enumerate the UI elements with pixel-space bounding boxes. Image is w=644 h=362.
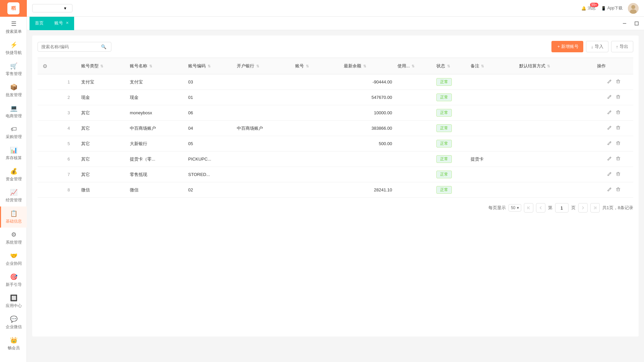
edit-button[interactable]	[606, 139, 613, 148]
app-download-button[interactable]: 📱 App下载	[601, 5, 623, 11]
delete-button[interactable]	[614, 155, 622, 163]
th-account[interactable]: 账号 ⇅	[292, 58, 341, 74]
th-use[interactable]: 使用... ⇅	[395, 58, 434, 74]
sort-remark-icon[interactable]: ⇅	[481, 64, 484, 68]
basic-info-icon: 📋	[10, 210, 17, 217]
topbar-search-box[interactable]: ▾	[32, 4, 72, 12]
th-settings[interactable]: ⚙	[38, 58, 59, 74]
sort-use-icon[interactable]: ⇅	[412, 64, 415, 68]
tab-accounts[interactable]: 账号 ✕	[49, 17, 74, 30]
th-remark[interactable]: 备注 ⇅	[468, 58, 517, 74]
add-account-button[interactable]: + 新增账号	[551, 41, 583, 52]
sidebar-item-newbie-guide[interactable]: 🎯 新手引导	[0, 270, 27, 291]
sort-bank-icon[interactable]: ⇅	[256, 64, 259, 68]
delete-button[interactable]	[614, 170, 622, 179]
topbar-search-chevron[interactable]: ▾	[64, 6, 66, 11]
delete-button[interactable]	[614, 186, 622, 194]
sort-balance-icon[interactable]: ⇅	[363, 64, 366, 68]
sidebar-item-enterprise-wechat[interactable]: 💬 企业微信	[0, 312, 27, 333]
sidebar-item-sys-mgmt[interactable]: ⚙ 系统管理	[0, 228, 27, 249]
edit-button[interactable]	[606, 124, 613, 132]
sidebar-item-quick-nav[interactable]: ⚡ 快捷导航	[0, 38, 27, 59]
th-code[interactable]: 账号编码 ⇅	[185, 58, 234, 74]
row-use	[395, 105, 434, 121]
row-account	[292, 136, 341, 152]
table-row: 2 现金 现金 01 547670.00 正常	[38, 90, 633, 105]
tab-home[interactable]: 首页	[30, 17, 49, 30]
row-actions	[594, 105, 633, 121]
row-code: STORED...	[185, 167, 234, 182]
edit-button[interactable]	[606, 109, 613, 117]
row-code: 02	[185, 182, 234, 198]
page-size-selector[interactable]: 50 ▾	[508, 204, 521, 212]
row-code: PICKUPC...	[185, 152, 234, 167]
sort-name-icon[interactable]: ⇅	[149, 64, 152, 68]
sort-default-icon[interactable]: ⇅	[547, 64, 550, 68]
tab-minimize-button[interactable]	[620, 19, 629, 28]
th-type[interactable]: 账号类型 ⇅	[78, 58, 127, 74]
search-input[interactable]	[41, 44, 98, 49]
delete-button[interactable]	[614, 124, 622, 132]
row-status: 正常	[434, 152, 468, 167]
tab-expand-button[interactable]	[632, 19, 641, 28]
sidebar-item-search-menu[interactable]: ☰ 搜索菜单	[0, 17, 27, 38]
page-number-input[interactable]	[555, 203, 569, 213]
last-page-button[interactable]	[590, 203, 600, 213]
sidebar-item-basic-info[interactable]: 📋 基础信息	[0, 206, 27, 228]
sort-code-icon[interactable]: ⇅	[208, 64, 211, 68]
next-page-button[interactable]	[578, 203, 588, 213]
th-status[interactable]: 状态 ⇅	[434, 58, 468, 74]
th-default-payment[interactable]: 默认结算方式 ⇅	[517, 58, 594, 74]
search-icon[interactable]: 🔍	[101, 44, 106, 49]
row-index: 4	[59, 121, 78, 136]
sidebar-item-members[interactable]: 👑 畅会员	[0, 333, 27, 354]
row-use	[395, 74, 434, 90]
sidebar-item-retail-mgmt[interactable]: 🛒 零售管理	[0, 59, 27, 80]
sidebar-item-wholesale-mgmt[interactable]: 📦 批发管理	[0, 80, 27, 101]
delete-button[interactable]	[614, 139, 622, 148]
sidebar-item-inventory[interactable]: 📊 库存核算	[0, 143, 27, 164]
sidebar-item-enterprise-agreement[interactable]: 🤝 企业协同	[0, 249, 27, 270]
edit-button[interactable]	[606, 78, 613, 86]
delete-button[interactable]	[614, 93, 622, 102]
edit-button[interactable]	[606, 186, 613, 194]
wechat-icon: 💬	[10, 315, 17, 323]
row-settings	[38, 105, 59, 121]
row-index: 2	[59, 90, 78, 105]
app-center-icon: 🔲	[10, 294, 17, 302]
sidebar-item-ecommerce-mgmt[interactable]: 💻 电商管理	[0, 101, 27, 122]
row-balance: 547670.00	[341, 90, 395, 105]
column-settings-button[interactable]: ⚙	[40, 61, 50, 71]
row-remark	[468, 105, 517, 121]
sidebar-item-ops-mgmt[interactable]: 📈 经营管理	[0, 185, 27, 206]
th-name[interactable]: 账号名称 ⇅	[127, 58, 185, 74]
sort-type-icon[interactable]: ⇅	[100, 64, 103, 68]
import-button[interactable]: ↓ 导入	[586, 41, 608, 52]
th-bank[interactable]: 开户银行 ⇅	[234, 58, 292, 74]
sidebar-item-fund-mgmt[interactable]: 💰 资金管理	[0, 164, 27, 185]
svg-line-37	[610, 142, 610, 143]
sort-status-icon[interactable]: ⇅	[447, 64, 450, 68]
topbar-search-input[interactable]	[35, 6, 62, 11]
prev-page-button[interactable]	[536, 203, 545, 213]
svg-rect-24	[617, 111, 620, 114]
search-box[interactable]: 🔍	[38, 42, 111, 52]
sidebar-item-app-center[interactable]: 🔲 应用中心	[0, 291, 27, 312]
user-avatar[interactable]	[628, 3, 639, 14]
sort-account-icon[interactable]: ⇅	[306, 64, 309, 68]
delete-button[interactable]	[614, 78, 622, 86]
message-button[interactable]: 🔔 消息 99+	[581, 5, 596, 11]
row-actions	[594, 74, 633, 90]
row-default-payment	[517, 105, 594, 121]
tab-close-icon[interactable]: ✕	[66, 21, 69, 25]
edit-button[interactable]	[606, 93, 613, 102]
edit-button[interactable]	[606, 155, 613, 163]
sidebar-item-purchase-mgmt[interactable]: 🏷 采购管理	[0, 122, 27, 143]
th-balance[interactable]: 最新余额 ⇅	[341, 58, 395, 74]
row-actions	[594, 90, 633, 105]
tab-accounts-label: 账号	[54, 20, 63, 26]
export-button[interactable]: ↑ 导出	[611, 41, 634, 52]
delete-button[interactable]	[614, 109, 622, 117]
edit-button[interactable]	[606, 170, 613, 179]
first-page-button[interactable]	[524, 203, 533, 213]
